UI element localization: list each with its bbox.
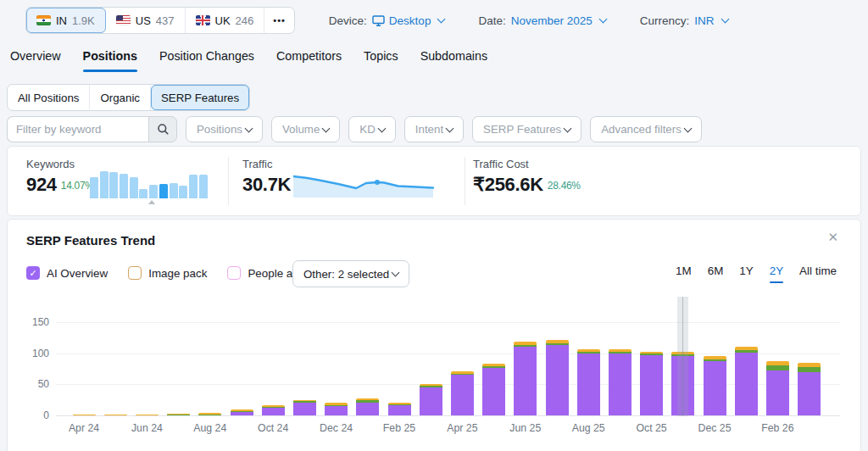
bar-segment bbox=[262, 408, 285, 415]
trend-bar-apr-24[interactable] bbox=[73, 415, 96, 416]
country-tab-us[interactable]: US437 bbox=[106, 8, 186, 33]
range-1m[interactable]: 1M bbox=[676, 264, 692, 283]
x-axis-tick-label: Dec 25 bbox=[689, 422, 740, 434]
filter-dropdown-intent[interactable]: Intent bbox=[404, 116, 464, 142]
time-range-selector: 1M6M1Y2YAll time bbox=[676, 264, 837, 283]
checkbox-checked-icon: ✓ bbox=[26, 266, 40, 280]
more-countries-button[interactable]: ••• bbox=[264, 8, 294, 33]
checkbox-unchecked-icon bbox=[227, 266, 241, 280]
bar-segment bbox=[609, 354, 632, 415]
currency-value: INR bbox=[694, 14, 714, 27]
keyword-search bbox=[7, 116, 177, 142]
search-button[interactable] bbox=[148, 116, 177, 142]
country-count: 437 bbox=[156, 14, 175, 27]
range-1y[interactable]: 1Y bbox=[739, 264, 753, 283]
x-axis-tick-label: Aug 25 bbox=[563, 422, 614, 434]
filter-dropdown-label: Intent bbox=[415, 123, 443, 136]
trend-bar-may-24[interactable] bbox=[104, 415, 127, 416]
legend-checkbox-image-pack[interactable]: Image pack bbox=[128, 266, 207, 280]
traffic-cost-value: ₹256.6K28.46% bbox=[473, 174, 581, 196]
country-tab-in[interactable]: IN1.9K bbox=[26, 8, 106, 33]
trend-bar-chart: 050100150Apr 24Jun 24Aug 24Oct 24Dec 24F… bbox=[56, 302, 840, 416]
topbar: IN1.9KUS437UK246••• Device: Desktop Date… bbox=[25, 7, 728, 34]
trend-bar-oct-24[interactable] bbox=[262, 405, 285, 415]
trend-bar-feb-25[interactable] bbox=[388, 403, 411, 415]
keyword-filter-input[interactable] bbox=[7, 116, 148, 142]
view-tab-all-positions[interactable]: All Positions bbox=[8, 85, 90, 110]
trend-bar-jan-26[interactable] bbox=[735, 347, 758, 415]
trend-bar-feb-26[interactable] bbox=[766, 361, 789, 415]
traffic-sparkline bbox=[293, 169, 436, 198]
filter-dropdown-serp-features[interactable]: SERP Features bbox=[472, 116, 581, 142]
position-type-tabs: All PositionsOrganicSERP Features bbox=[7, 84, 250, 111]
legend-checkbox-ai-overview[interactable]: ✓AI Overview bbox=[26, 266, 108, 280]
date-dropdown[interactable]: November 2025 bbox=[511, 14, 606, 27]
mini-bar bbox=[189, 175, 198, 198]
traffic-cost-label: Traffic Cost bbox=[473, 158, 529, 170]
range-6m[interactable]: 6M bbox=[708, 264, 724, 283]
mini-bar bbox=[120, 174, 128, 198]
nav-tab-subdomains[interactable]: Subdomains bbox=[420, 49, 487, 72]
bar-segment bbox=[167, 415, 190, 415]
mini-bar bbox=[109, 172, 118, 198]
nav-tab-position-changes[interactable]: Position Changes bbox=[159, 49, 254, 72]
trend-bar-jun-24[interactable] bbox=[136, 415, 159, 416]
x-axis-tick-label: Oct 25 bbox=[626, 422, 677, 434]
x-axis-tick-label: Feb 25 bbox=[374, 422, 425, 434]
trend-bar-sep-25[interactable] bbox=[609, 349, 632, 415]
legend-label: Image pack bbox=[148, 267, 207, 280]
other-features-dropdown[interactable]: Other: 2 selected bbox=[292, 260, 409, 287]
country-count: 1.9K bbox=[72, 14, 95, 27]
currency-dropdown[interactable]: INR bbox=[694, 14, 727, 27]
filter-dropdown-label: Advanced filters bbox=[601, 123, 682, 136]
x-axis-tick-label: Oct 24 bbox=[248, 422, 298, 434]
chevron-down-icon bbox=[437, 15, 446, 24]
trend-bar-jul-24[interactable] bbox=[167, 414, 190, 415]
trend-bar-nov-24[interactable] bbox=[293, 400, 316, 415]
country-tab-uk[interactable]: UK246 bbox=[186, 8, 265, 33]
trend-bar-mar-26[interactable] bbox=[798, 363, 821, 415]
x-axis-tick-label: Apr 24 bbox=[58, 422, 109, 434]
trend-bar-aug-24[interactable] bbox=[198, 413, 221, 415]
mini-bar bbox=[159, 184, 168, 198]
filter-dropdowns: PositionsVolumeKDIntentSERP FeaturesAdva… bbox=[186, 116, 702, 142]
range-2y[interactable]: 2Y bbox=[770, 264, 783, 283]
trend-bar-dec-25[interactable] bbox=[704, 356, 726, 415]
range-all-time[interactable]: All time bbox=[799, 264, 837, 283]
filter-dropdown-volume[interactable]: Volume bbox=[271, 116, 340, 142]
trend-bar-jan-25[interactable] bbox=[356, 398, 379, 415]
trend-bar-sep-24[interactable] bbox=[231, 409, 253, 415]
trend-bar-may-25[interactable] bbox=[482, 364, 505, 415]
gridline-y-150 bbox=[56, 322, 840, 323]
mini-bar bbox=[149, 185, 158, 198]
filter-dropdown-kd[interactable]: KD bbox=[348, 116, 395, 142]
view-tab-organic[interactable]: Organic bbox=[90, 85, 151, 110]
trend-bar-jun-25[interactable] bbox=[514, 342, 537, 415]
nav-tab-overview[interactable]: Overview bbox=[10, 49, 61, 72]
legend-label: AI Overview bbox=[47, 267, 108, 280]
nav-tab-topics[interactable]: Topics bbox=[364, 49, 398, 72]
close-icon[interactable]: ✕ bbox=[827, 230, 838, 245]
bar-segment bbox=[482, 368, 505, 416]
trend-bar-dec-24[interactable] bbox=[325, 403, 348, 415]
device-value: Desktop bbox=[389, 14, 431, 27]
y-axis-tick-label: 50 bbox=[24, 378, 49, 390]
keywords-value: 92414.07% bbox=[26, 174, 94, 196]
bar-segment bbox=[704, 361, 726, 415]
filter-dropdown-advanced-filters[interactable]: Advanced filters bbox=[590, 116, 702, 142]
filter-dropdown-positions[interactable]: Positions bbox=[186, 116, 263, 142]
bar-segment bbox=[198, 415, 221, 416]
main-nav-tabs: OverviewPositionsPosition ChangesCompeti… bbox=[10, 49, 487, 72]
bar-segment bbox=[104, 415, 127, 416]
chevron-down-icon bbox=[322, 124, 331, 132]
trend-bar-apr-25[interactable] bbox=[451, 371, 474, 415]
nav-tab-positions[interactable]: Positions bbox=[83, 49, 137, 72]
trend-bar-oct-25[interactable] bbox=[640, 352, 663, 415]
trend-bar-aug-25[interactable] bbox=[577, 349, 600, 415]
nav-tab-competitors[interactable]: Competitors bbox=[276, 49, 342, 72]
view-tab-serp-features[interactable]: SERP Features bbox=[151, 85, 249, 110]
trend-bar-mar-25[interactable] bbox=[420, 384, 442, 415]
device-dropdown[interactable]: Desktop bbox=[372, 14, 445, 27]
x-axis-tick-label: Dec 24 bbox=[311, 422, 362, 434]
trend-bar-jul-25[interactable] bbox=[546, 340, 569, 415]
